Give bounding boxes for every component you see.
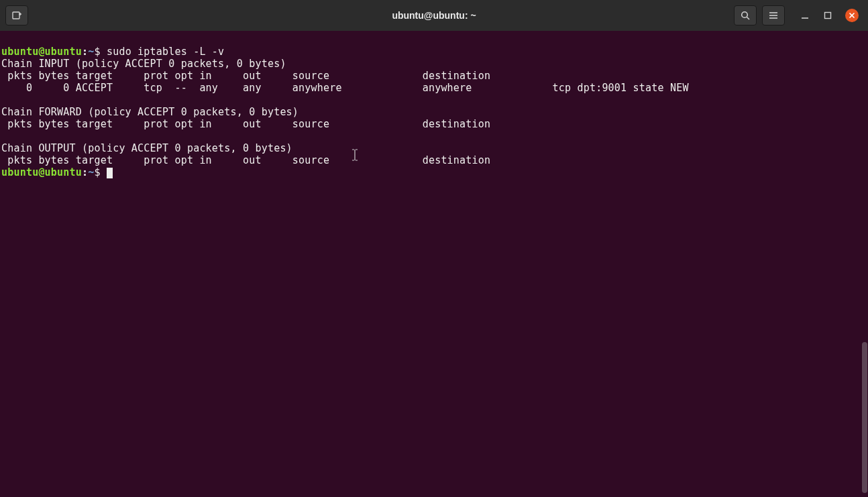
svg-rect-9: [825, 13, 831, 19]
svg-rect-0: [13, 12, 19, 19]
window-controls: [800, 9, 859, 22]
output-line: Chain OUTPUT (policy ACCEPT 0 packets, 0…: [1, 142, 292, 154]
output-line: 0 0 ACCEPT tcp -- any any anywhere anywh…: [1, 82, 689, 94]
output-line: Chain FORWARD (policy ACCEPT 0 packets, …: [1, 106, 299, 118]
window-title: ubuntu@ubuntu: ~: [392, 10, 476, 21]
menu-button[interactable]: [762, 5, 785, 25]
minimize-button[interactable]: [800, 10, 810, 21]
scrollbar-thumb[interactable]: [862, 342, 867, 493]
prompt-symbol: $: [94, 166, 100, 178]
svg-line-4: [747, 17, 749, 19]
prompt-colon: :: [82, 166, 88, 178]
prompt-user-host: ubuntu@ubuntu: [1, 46, 82, 58]
search-button[interactable]: [734, 5, 757, 25]
titlebar: ubuntu@ubuntu: ~: [0, 0, 868, 31]
command-text: sudo iptables -L -v: [107, 46, 224, 58]
svg-point-3: [742, 12, 748, 18]
output-line: Chain INPUT (policy ACCEPT 0 packets, 0 …: [1, 58, 286, 70]
terminal-output[interactable]: ubuntu@ubuntu:~$ sudo iptables -L -v Cha…: [0, 31, 868, 181]
minimize-icon: [801, 11, 809, 19]
terminal-cursor: [107, 168, 113, 178]
close-button[interactable]: [845, 9, 859, 22]
output-line: pkts bytes target prot opt in out source…: [1, 154, 490, 166]
output-line: pkts bytes target prot opt in out source…: [1, 118, 490, 130]
new-tab-icon: [11, 9, 23, 21]
output-line: pkts bytes target prot opt in out source…: [1, 70, 490, 82]
search-icon: [740, 10, 751, 21]
maximize-icon: [824, 11, 832, 19]
close-icon: [849, 12, 855, 19]
prompt-user-host: ubuntu@ubuntu: [1, 166, 82, 178]
titlebar-right: [734, 5, 863, 25]
new-tab-button[interactable]: [5, 5, 28, 25]
maximize-button[interactable]: [822, 10, 833, 21]
hamburger-icon: [768, 10, 779, 21]
prompt-colon: :: [82, 46, 88, 58]
prompt-symbol: $: [94, 46, 100, 58]
titlebar-left: [5, 5, 28, 25]
